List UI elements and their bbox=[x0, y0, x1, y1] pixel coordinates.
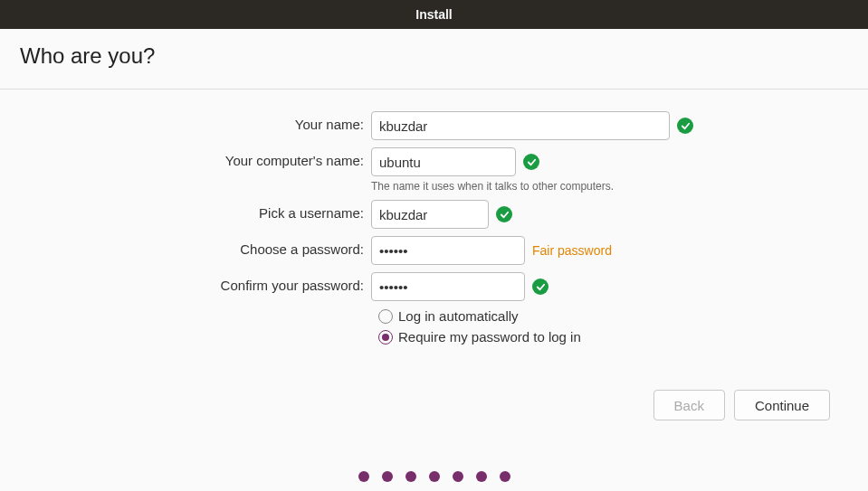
radio-label: Require my password to log in bbox=[398, 329, 581, 345]
progress-dot bbox=[429, 471, 440, 482]
window-title: Install bbox=[415, 7, 452, 22]
check-icon bbox=[677, 118, 693, 134]
progress-dot bbox=[405, 471, 416, 482]
window-titlebar: Install bbox=[0, 0, 868, 29]
username-input[interactable] bbox=[371, 200, 489, 229]
confirm-label: Confirm your password: bbox=[18, 272, 371, 293]
password-strength: Fair password bbox=[532, 243, 612, 258]
radio-login-auto[interactable]: Log in automatically bbox=[378, 308, 850, 324]
form-content: Your name: Your computer's name: The nam… bbox=[0, 90, 868, 491]
progress-dots bbox=[18, 471, 850, 482]
check-icon bbox=[496, 206, 512, 222]
progress-dot bbox=[382, 471, 393, 482]
password-input[interactable] bbox=[371, 236, 525, 265]
progress-dot bbox=[500, 471, 510, 482]
progress-dot bbox=[476, 471, 487, 482]
computer-label: Your computer's name: bbox=[18, 147, 371, 168]
computer-hint: The name it uses when it talks to other … bbox=[371, 180, 614, 193]
confirm-input[interactable] bbox=[371, 272, 525, 301]
password-label: Choose a password: bbox=[18, 236, 371, 257]
computer-input[interactable] bbox=[371, 147, 516, 176]
progress-dot bbox=[358, 471, 369, 482]
radio-login-require[interactable]: Require my password to log in bbox=[378, 329, 850, 345]
name-input[interactable] bbox=[371, 111, 670, 140]
continue-button[interactable]: Continue bbox=[734, 390, 830, 420]
radio-label: Log in automatically bbox=[398, 308, 519, 324]
check-icon bbox=[532, 279, 548, 295]
back-button: Back bbox=[653, 390, 725, 420]
check-icon bbox=[523, 154, 539, 170]
progress-dot bbox=[453, 471, 463, 482]
page-header: Who are you? bbox=[0, 29, 868, 90]
page-title: Who are you? bbox=[20, 43, 848, 69]
username-label: Pick a username: bbox=[18, 200, 371, 221]
radio-icon bbox=[378, 309, 393, 324]
footer: Back Continue bbox=[18, 390, 850, 420]
name-label: Your name: bbox=[18, 111, 371, 132]
radio-icon bbox=[378, 330, 393, 345]
